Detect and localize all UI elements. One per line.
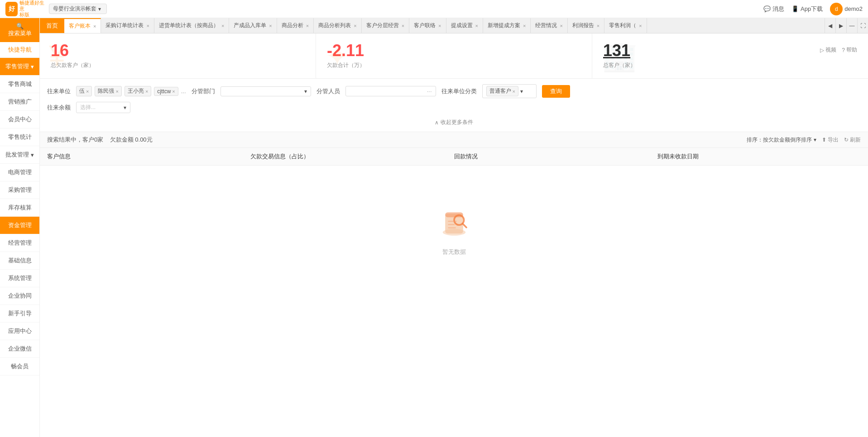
refresh-btn[interactable]: ↻ 刷新 — [844, 136, 861, 144]
tab-close-icon[interactable]: × — [221, 23, 224, 28]
sort-select[interactable]: 排序：按欠款金额倒序排序 ▾ — [747, 136, 816, 144]
message-btn[interactable]: 💬 消息 — [763, 5, 784, 13]
tab-inbound-stats[interactable]: 进货单统计表（按商品） × — [154, 18, 229, 33]
tab-product-analysis[interactable]: 商品分析 × — [277, 18, 314, 33]
stat-card-customers: ¥ 16 总欠款客户（家） — [40, 33, 316, 78]
tab-add-commission[interactable]: 新增提成方案 × — [483, 18, 531, 33]
result-bar-right: 排序：按欠款金额倒序排序 ▾ ⬆ 导出 ↻ 刷新 — [747, 136, 861, 144]
remove-tag-2[interactable]: × — [145, 89, 148, 94]
chevron-down-icon: ▾ — [304, 88, 307, 95]
collapse-icon: ∧ — [435, 119, 439, 126]
tab-minimize-btn[interactable]: — — [846, 18, 857, 33]
sidebar-item-wholesale[interactable]: 批发管理 ▾ — [0, 146, 39, 164]
tab-home[interactable]: 首页 — [40, 18, 64, 33]
remove-category-tag[interactable]: × — [513, 89, 515, 94]
tab-close-icon[interactable]: × — [438, 23, 441, 28]
tab-customer-tier[interactable]: 客户分层经营 × — [362, 18, 409, 33]
sidebar-item-member[interactable]: 畅会员 — [0, 358, 39, 375]
logo-text: 畅捷通好生意 标版 — [19, 0, 45, 18]
org-select[interactable]: 母婴行业演示帐套 ▾ — [49, 4, 107, 14]
tab-customer-ledger[interactable]: 客户账本 × — [64, 18, 101, 33]
col-header-date: 到期未收款日期 — [657, 152, 861, 161]
sidebar-item-beginner[interactable]: 新手引导 — [0, 305, 39, 323]
stat-bg-icon-2: ✦ — [325, 39, 350, 73]
stats-row: ¥ 16 总欠款客户（家） ✦ -2.11 欠款合计（万） 🏢 — [40, 33, 868, 79]
sidebar-item-system[interactable]: 系统管理 — [0, 270, 39, 287]
result-bar: 搜索结果中，客户0家 欠款金额 0.00元 排序：按欠款金额倒序排序 ▾ ⬆ 导… — [40, 132, 868, 148]
filter-person-more[interactable]: ··· — [427, 88, 432, 95]
sidebar-item-member-center[interactable]: 会员中心 — [0, 111, 39, 128]
sidebar-item-retail-stats[interactable]: 零售统计 — [0, 128, 39, 146]
video-btn[interactable]: ▷ 视频 — [820, 46, 836, 54]
tab-close-icon[interactable]: × — [269, 23, 272, 28]
user-area[interactable]: d demo2 — [830, 3, 863, 15]
sidebar-quick-nav[interactable]: 快捷导航 — [0, 42, 39, 58]
top-right: 💬 消息 📱 App下载 d demo2 — [763, 3, 863, 15]
filter-person-select[interactable]: ··· — [345, 86, 436, 96]
sidebar-item-base-info[interactable]: 基础信息 — [0, 252, 39, 270]
query-btn[interactable]: 查询 — [542, 85, 570, 98]
filter-area: 往来单位 伍 × 陈民强 × 王小亮 × — [40, 79, 868, 132]
col-header-repay: 回款情况 — [454, 152, 657, 161]
tab-retail-profit[interactable]: 零售利润（ × — [604, 18, 647, 33]
filter-dept-select[interactable]: ▾ — [221, 86, 311, 96]
play-icon: ▷ — [820, 47, 824, 53]
app-download-btn[interactable]: 📱 App下载 — [791, 5, 823, 13]
filter-category-select[interactable]: 普通客户 × ▾ — [482, 84, 537, 98]
tab-close-icon[interactable]: × — [146, 23, 149, 28]
sidebar-item-wechat[interactable]: 企业微信 — [0, 340, 39, 358]
help-btn[interactable]: ? 帮助 — [842, 46, 857, 54]
tab-close-icon[interactable]: × — [523, 23, 526, 28]
export-btn[interactable]: ⬆ 导出 — [822, 136, 839, 144]
tab-close-icon[interactable]: × — [639, 23, 642, 28]
chevron-down-icon: ▾ — [98, 6, 101, 12]
sidebar-item-purchase[interactable]: 采购管理 — [0, 181, 39, 199]
tab-profit-report[interactable]: 利润报告 × — [568, 18, 604, 33]
tab-product-analysis-list[interactable]: 商品分析列表 × — [314, 18, 361, 33]
content-area: 首页 客户账本 × 采购订单统计表 × 进货单统计表（按商品） × 产成品入库单… — [40, 18, 868, 437]
tab-close-icon[interactable]: × — [560, 23, 562, 28]
sidebar-item-finance[interactable]: 资金管理 — [0, 217, 39, 234]
stat-card-debt: ✦ -2.11 欠款合计（万） — [316, 33, 592, 78]
remove-tag-3[interactable]: × — [172, 89, 175, 94]
tab-commission-settings[interactable]: 提成设置 × — [446, 18, 483, 33]
tab-prev-btn[interactable]: ◀ — [825, 18, 835, 33]
collapse-btn[interactable]: ∧ 收起更多条件 — [47, 117, 861, 128]
logo-area: 好 畅捷通好生意 标版 — [5, 0, 45, 18]
sidebar-item-retail-mall[interactable]: 零售商城 — [0, 76, 39, 93]
sidebar-item-marketing[interactable]: 营销推广 — [0, 93, 39, 111]
logo-icon: 好 — [5, 2, 18, 16]
filter-more-btn[interactable]: ... — [181, 88, 186, 95]
filter-balance-select[interactable]: 选择... ▾ — [76, 102, 130, 113]
tab-close-icon[interactable]: × — [402, 23, 404, 28]
sidebar-item-app-center[interactable]: 应用中心 — [0, 323, 39, 340]
remove-tag-0[interactable]: × — [86, 89, 89, 94]
sidebar-item-operations[interactable]: 经营管理 — [0, 234, 39, 252]
sidebar-search[interactable]: 🔍 搜索菜单 — [0, 18, 39, 42]
stat-bg-icon-3: 🏢 — [601, 39, 638, 73]
tab-close-icon[interactable]: × — [354, 23, 356, 28]
tab-close-icon[interactable]: × — [475, 23, 478, 28]
tab-bar-scroll: 客户账本 × 采购订单统计表 × 进货单统计表（按商品） × 产成品入库单 × … — [64, 18, 825, 33]
tab-close-icon[interactable]: × — [306, 23, 309, 28]
tab-close-icon[interactable]: × — [93, 24, 96, 29]
chevron-icon: ▾ — [31, 152, 34, 158]
tab-next-btn[interactable]: ▶ — [835, 18, 846, 33]
sidebar-item-enterprise[interactable]: 企业协同 — [0, 287, 39, 305]
filter-balance-label: 往来余额 — [47, 104, 71, 112]
empty-text: 暂无数据 — [442, 248, 466, 256]
empty-illustration — [434, 202, 475, 242]
sidebar-item-inventory[interactable]: 库存核算 — [0, 199, 39, 217]
filter-tag-0: 伍 × — [76, 86, 92, 96]
tab-customer-contact[interactable]: 客户联络 × — [409, 18, 446, 33]
tab-close-icon[interactable]: × — [597, 23, 599, 28]
tab-production-inbound[interactable]: 产成品入库单 × — [229, 18, 277, 33]
sidebar-item-ecommerce[interactable]: 电商管理 — [0, 164, 39, 181]
empty-icon-svg — [434, 202, 475, 242]
sidebar-item-retail-mgmt[interactable]: 零售管理 ▾ — [0, 58, 39, 76]
tab-expand-btn[interactable]: ⛶ — [857, 18, 868, 33]
filter-tag-1: 陈民强 × — [95, 86, 121, 96]
remove-tag-1[interactable]: × — [115, 89, 118, 94]
tab-operations[interactable]: 经营情况 × — [531, 18, 567, 33]
tab-purchase-order-stats[interactable]: 采购订单统计表 × — [101, 18, 154, 33]
